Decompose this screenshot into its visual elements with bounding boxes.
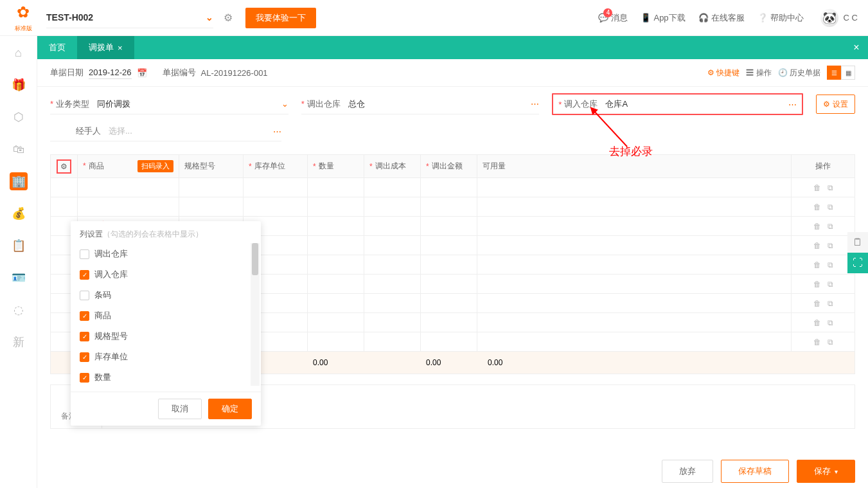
list-view-icon[interactable]: ☰ [827, 66, 841, 80]
grid-view-icon[interactable]: ▦ [841, 66, 855, 80]
messages-link[interactable]: 💬 消息 4 [598, 12, 628, 24]
confirm-button[interactable]: 确定 [208, 399, 252, 419]
settings-button[interactable]: ⚙ 设置 [816, 95, 855, 114]
save-button[interactable]: 保存▾ [797, 460, 855, 483]
copy-icon[interactable]: ⧉ [828, 203, 833, 212]
column-option[interactable]: 调出仓库 [80, 244, 252, 264]
form-row-1: * 业务类型 同价调拨 ⌄ * 调出仓库 总仓 ⋯ * 调入仓库 仓库A ⋯ ⚙… [37, 87, 868, 115]
trial-button[interactable]: 我要体验一下 [245, 8, 316, 28]
more-icon: ⋯ [531, 99, 539, 109]
scan-button[interactable]: 扫码录入 [137, 160, 173, 172]
column-option[interactable]: ✓商品 [80, 305, 252, 326]
scrollbar[interactable] [251, 243, 260, 386]
table-row[interactable]: 🗑⧉ [51, 197, 855, 217]
nav-ring-icon[interactable]: ◌ [10, 301, 28, 319]
avatar-icon: 🐼 [820, 9, 838, 27]
column-option[interactable]: ✓调入仓库 [80, 264, 252, 285]
operate-link[interactable]: ☰ 操作 [746, 68, 771, 78]
delete-icon[interactable]: 🗑 [813, 338, 821, 347]
copy-icon[interactable]: ⧉ [828, 280, 833, 289]
nav-gift-icon[interactable]: 🎁 [10, 76, 28, 94]
left-nav: ⌂ 🎁 ⬡ 🛍 🏢 💰 📋 🪪 ◌ 新 [0, 36, 37, 488]
nav-clipboard-icon[interactable]: 📋 [10, 237, 28, 255]
copy-icon[interactable]: ⧉ [828, 183, 833, 192]
store-selector[interactable]: TEST-H002 ⌄ [46, 8, 213, 28]
copy-icon[interactable]: ⧉ [828, 260, 833, 269]
checkbox-icon[interactable] [80, 291, 89, 300]
cancel-button[interactable]: 取消 [158, 399, 202, 419]
checkbox-icon[interactable]: ✓ [80, 332, 89, 341]
note-tool-icon[interactable]: 🗒 [847, 232, 868, 253]
delete-icon[interactable]: 🗑 [813, 299, 821, 308]
copy-icon[interactable]: ⧉ [828, 338, 833, 347]
tab-current[interactable]: 调拨单 × [77, 36, 134, 59]
sum-available: 0.00 [477, 358, 792, 367]
copy-icon[interactable]: ⧉ [828, 299, 833, 308]
column-option[interactable]: ✓规格型号 [80, 326, 252, 347]
delete-icon[interactable]: 🗑 [813, 318, 821, 327]
download-link[interactable]: 📱 App下载 [641, 12, 685, 24]
col-settings-button[interactable]: ⚙ [51, 155, 78, 177]
delete-icon[interactable]: 🗑 [813, 260, 821, 269]
shortcut-link[interactable]: ⚙快捷键 [707, 68, 740, 78]
delete-icon[interactable]: 🗑 [813, 280, 821, 289]
tab-bar: 首页 调拨单 × × [37, 36, 868, 59]
in-warehouse-field[interactable]: * 调入仓库 仓库A ⋯ [552, 93, 803, 115]
store-name: TEST-H002 [46, 12, 93, 23]
column-option[interactable]: ✓库存单位 [80, 347, 252, 367]
date-value[interactable]: 2019-12-26 [89, 66, 132, 79]
delete-icon[interactable]: 🗑 [813, 222, 821, 231]
draft-button[interactable]: 保存草稿 [721, 460, 789, 483]
delete-icon[interactable]: 🗑 [813, 241, 821, 250]
calendar-icon[interactable]: 📅 [137, 68, 147, 78]
copy-icon[interactable]: ⧉ [828, 241, 833, 250]
docnum-label: 单据编号 [163, 67, 196, 78]
messages-badge: 4 [603, 8, 612, 17]
col-outcost: *调出成本 [364, 155, 421, 177]
nav-home-icon[interactable]: ⌂ [10, 44, 28, 62]
more-icon: ⋯ [788, 100, 797, 109]
handler-field[interactable]: 经手人 选择... ⋯ [50, 122, 281, 141]
top-bar: ✿ 标准版 TEST-H002 ⌄ ⚙ 我要体验一下 💬 消息 4 📱 App下… [0, 0, 868, 36]
help-link[interactable]: ❔ 帮助中心 [757, 12, 804, 24]
column-option[interactable]: 条码 [80, 285, 252, 305]
out-warehouse-field[interactable]: * 调出仓库 总仓 ⋯ [301, 95, 540, 114]
discard-button[interactable]: 放弃 [662, 460, 713, 483]
copy-icon[interactable]: ⧉ [828, 318, 833, 327]
col-product: *商品 扫码录入 [78, 155, 179, 177]
help-icon: ❔ [757, 13, 768, 23]
table-row[interactable]: 🗑⧉ [51, 178, 855, 197]
expand-tool-icon[interactable]: ⛶ [847, 253, 868, 273]
copy-icon[interactable]: ⧉ [828, 222, 833, 231]
chevron-down-icon: ⌄ [206, 12, 213, 23]
gear-icon[interactable]: ⚙ [224, 12, 233, 24]
sum-amount: 0.00 [421, 358, 477, 367]
checkbox-icon[interactable]: ✓ [80, 373, 89, 383]
nav-money-icon[interactable]: 💰 [10, 204, 28, 222]
checkbox-icon[interactable]: ✓ [80, 352, 89, 362]
nav-tag-icon[interactable]: ⬡ [10, 108, 28, 126]
nav-warehouse-icon[interactable]: 🏢 [10, 172, 28, 190]
biz-type-field[interactable]: * 业务类型 同价调拨 ⌄ [50, 95, 288, 114]
delete-icon[interactable]: 🗑 [813, 203, 821, 212]
user-name: C C [844, 13, 858, 23]
column-list[interactable]: 调出仓库✓调入仓库条码✓商品✓规格型号✓库存单位✓数量单位2 [71, 244, 261, 392]
side-tools: 🗒 ⛶ [847, 232, 868, 273]
tab-home[interactable]: 首页 [37, 36, 77, 59]
nav-bag-icon[interactable]: 🛍 [10, 140, 28, 158]
close-icon[interactable]: × [118, 43, 123, 53]
service-link[interactable]: 🎧 在线客服 [698, 12, 745, 24]
logo: ✿ 标准版 [10, 3, 36, 33]
user-menu[interactable]: 🐼 C C [820, 9, 858, 27]
column-option[interactable]: ✓数量 [80, 367, 252, 388]
nav-new-icon[interactable]: 新 [10, 333, 28, 351]
doc-header: 单据日期 2019-12-26 📅 单据编号 AL-20191226-001 ⚙… [37, 59, 868, 87]
close-all-button[interactable]: × [845, 36, 868, 59]
checkbox-icon[interactable]: ✓ [80, 311, 89, 321]
history-link[interactable]: 🕘 历史单据 [778, 68, 820, 78]
delete-icon[interactable]: 🗑 [813, 183, 821, 192]
view-toggle[interactable]: ☰ ▦ [827, 66, 855, 80]
checkbox-icon[interactable] [80, 249, 89, 259]
nav-id-icon[interactable]: 🪪 [10, 269, 28, 287]
checkbox-icon[interactable]: ✓ [80, 270, 89, 280]
